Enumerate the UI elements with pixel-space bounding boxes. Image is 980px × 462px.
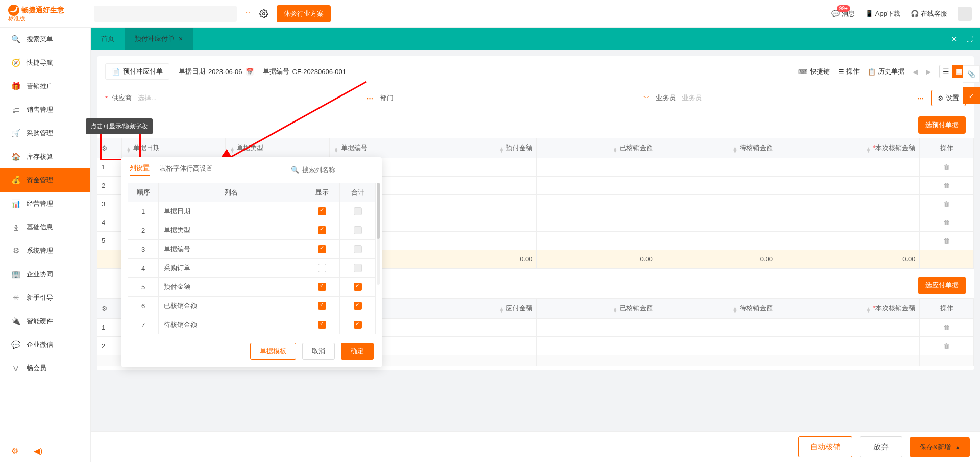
nav-next-icon[interactable]: ▶	[926, 68, 931, 76]
messages-button[interactable]: 💬 消息 99+	[831, 9, 855, 18]
delete-icon[interactable]: 🗑	[943, 163, 950, 171]
col-header[interactable]: ▲▼单据日期	[122, 138, 226, 158]
support-button[interactable]: 🎧 在线客服	[911, 9, 947, 18]
sum-checkbox[interactable]	[354, 321, 362, 329]
industry-plan-button[interactable]: 体验行业方案	[277, 5, 331, 22]
sidebar-item-wx[interactable]: 💬企业微信	[0, 333, 90, 356]
delete-icon[interactable]: 🗑	[943, 182, 950, 189]
popup-tab-columns[interactable]: 列设置	[130, 163, 150, 176]
sidebar-item-cart[interactable]: 🛒采购管理	[0, 121, 90, 145]
cancel-button[interactable]: 取消	[302, 343, 335, 360]
sidebar-item-vip[interactable]: V畅会员	[0, 356, 90, 380]
tabs-close-all-icon[interactable]: ✕	[948, 33, 960, 45]
col-header[interactable]: ▲▼单据类型	[226, 138, 329, 158]
history-button[interactable]: 📋历史单据	[868, 67, 904, 76]
col-header[interactable]: ▲▼单据编号	[329, 138, 433, 158]
tab-current[interactable]: 预付冲应付单 ×	[125, 28, 193, 50]
settings-button[interactable]: ⚙设置	[931, 90, 966, 106]
col-header[interactable]: ▲▼预付金额	[433, 138, 537, 158]
sidebar-item-tag[interactable]: 🏷销售管理	[0, 98, 90, 121]
top-settings-icon[interactable]	[259, 9, 268, 18]
delete-icon[interactable]: 🗑	[943, 342, 950, 350]
avatar[interactable]	[958, 7, 972, 21]
show-checkbox[interactable]	[318, 207, 326, 215]
sidebar-item-corp[interactable]: 🏢企业协同	[0, 262, 90, 286]
doc-template-button[interactable]: 单据模板	[250, 343, 296, 360]
sidebar-item-gift[interactable]: 🎁营销推广	[0, 75, 90, 98]
column-setting-row[interactable]: 6 已核销金额	[128, 297, 376, 315]
popup-scrollbar[interactable]	[377, 183, 380, 285]
sort-icon[interactable]: ▲▼	[334, 147, 339, 152]
save-new-button[interactable]: 保存&新增▴	[910, 437, 970, 457]
attachment-icon[interactable]: 📎	[963, 65, 980, 83]
sort-icon[interactable]: ▲▼	[230, 147, 235, 152]
col-header[interactable]: ▲▼已核销金额	[537, 138, 657, 158]
sidebar-item-search[interactable]: 🔍搜索菜单	[0, 28, 90, 51]
show-checkbox[interactable]	[318, 245, 326, 253]
sidebar-item-sys[interactable]: ⚙系统管理	[0, 239, 90, 262]
company-caret-icon[interactable]: ﹀	[245, 9, 251, 18]
tabs-fullscreen-icon[interactable]: ⛶	[963, 33, 976, 45]
col-header[interactable]: ▲▼*本次核销金额	[777, 299, 920, 319]
sales-input[interactable]	[680, 91, 913, 105]
sort-icon[interactable]: ▲▼	[732, 307, 738, 312]
sort-icon[interactable]: ▲▼	[866, 307, 871, 312]
show-checkbox[interactable]	[318, 321, 326, 329]
col-header[interactable]: ▲▼应付金额	[433, 299, 537, 319]
dept-chevron-icon[interactable]: ﹀	[643, 93, 650, 103]
show-checkbox[interactable]	[318, 302, 326, 310]
sales-more-icon[interactable]: ⋯	[917, 94, 925, 102]
view-list-icon[interactable]: ☰	[940, 65, 952, 78]
auto-writeoff-button[interactable]: 自动核销	[798, 436, 852, 457]
col-header[interactable]: ▲▼待核销金额	[657, 299, 777, 319]
discard-button[interactable]: 放弃	[860, 436, 902, 457]
ops-button[interactable]: ☰操作	[838, 67, 860, 76]
delete-icon[interactable]: 🗑	[943, 324, 950, 331]
sidebar-collapse-icon[interactable]: ◀)	[34, 446, 42, 456]
tab-home[interactable]: 首页	[91, 28, 125, 50]
select-prepay-button[interactable]: 选预付单据	[918, 116, 966, 134]
calendar-icon[interactable]: 📅	[246, 68, 254, 76]
doc-date-value[interactable]: 2023-06-06	[208, 68, 242, 76]
sidebar-item-chart[interactable]: 📊经营管理	[0, 192, 90, 215]
sort-icon[interactable]: ▲▼	[499, 147, 504, 152]
sidebar-item-home[interactable]: 🏠库存核算	[0, 145, 90, 168]
delete-icon[interactable]: 🗑	[943, 200, 950, 208]
col-header[interactable]: ▲▼已核销金额	[537, 299, 657, 319]
sidebar-item-new[interactable]: ✳新手引导	[0, 286, 90, 309]
col-header[interactable]: ▲▼*本次核销金额	[777, 138, 920, 158]
hotkey-button[interactable]: ⌨快捷键	[798, 67, 830, 76]
document-type-button[interactable]: 📄 预付冲应付单	[105, 63, 169, 80]
sort-icon[interactable]: ▲▼	[866, 147, 871, 152]
sum-checkbox[interactable]	[354, 283, 362, 291]
sidebar-settings-icon[interactable]: ⚙	[11, 446, 18, 456]
sort-icon[interactable]: ▲▼	[612, 307, 618, 312]
column-setting-row[interactable]: 3 单据编号	[128, 240, 376, 259]
column-setting-row[interactable]: 4 采购订单	[128, 259, 376, 278]
column-setting-row[interactable]: 7 待核销金额	[128, 315, 376, 334]
column-settings-icon[interactable]: ⚙	[97, 299, 122, 319]
show-checkbox[interactable]	[318, 264, 326, 272]
expand-icon[interactable]: ⤢	[963, 87, 980, 104]
sum-checkbox[interactable]	[354, 302, 362, 310]
column-search-input[interactable]	[302, 166, 374, 174]
sort-icon[interactable]: ▲▼	[732, 147, 738, 152]
col-header[interactable]: 操作	[920, 138, 974, 158]
confirm-button[interactable]: 确定	[341, 343, 374, 360]
show-checkbox[interactable]	[318, 283, 326, 291]
tab-close-icon[interactable]: ×	[179, 35, 183, 43]
show-checkbox[interactable]	[318, 226, 326, 234]
sort-icon[interactable]: ▲▼	[499, 307, 504, 312]
column-setting-row[interactable]: 5 预付金额	[128, 278, 376, 297]
dept-input[interactable]	[398, 91, 639, 105]
sidebar-item-wallet[interactable]: 💰资金管理	[0, 168, 90, 192]
column-setting-row[interactable]: 2 单据类型	[128, 221, 376, 240]
sidebar-item-db[interactable]: 🗄基础信息	[0, 215, 90, 239]
sort-icon[interactable]: ▲▼	[126, 147, 131, 152]
company-selector[interactable]	[94, 6, 237, 22]
sidebar-item-chip[interactable]: 🔌智能硬件	[0, 309, 90, 333]
app-download-button[interactable]: 📱 App下载	[865, 9, 900, 18]
delete-icon[interactable]: 🗑	[943, 237, 950, 245]
select-payable-button[interactable]: 选应付单据	[918, 277, 966, 294]
delete-icon[interactable]: 🗑	[943, 218, 950, 226]
